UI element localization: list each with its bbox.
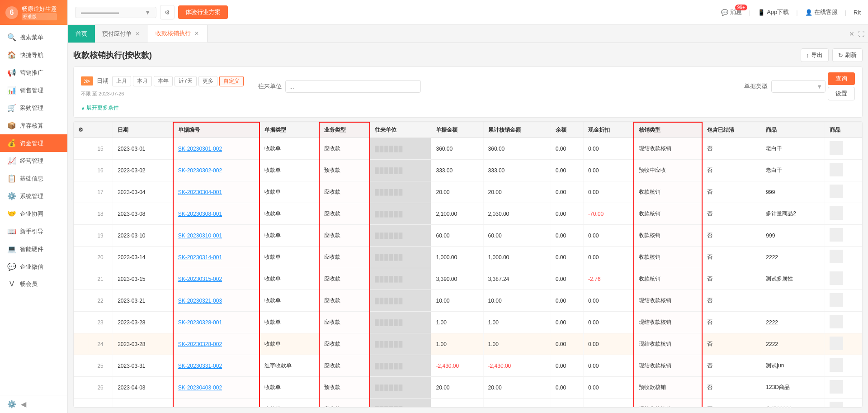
cell-voucher-no[interactable]: SK-20230321-003 [173, 290, 260, 312]
cell-cash-discount: 0.00 [584, 290, 634, 312]
cell-product [761, 290, 825, 312]
tab-prepay-close[interactable]: ✕ [134, 30, 141, 38]
sidebar-item-member[interactable]: V 畅会员 [0, 275, 67, 293]
date-btn-custom[interactable]: 自定义 [219, 76, 244, 86]
cell-product2 [825, 268, 862, 290]
sidebar-item-inventory[interactable]: 📦 库存核算 [0, 117, 67, 134]
col-settings[interactable]: ⚙ [74, 122, 88, 138]
cell-settings [74, 247, 88, 268]
cell-voucher-no[interactable]: SK-20230408-001 [173, 399, 260, 408]
sidebar-item-quick-nav[interactable]: 🏠 快捷导航 [0, 46, 67, 64]
sidebar-item-operation[interactable]: 📈 经营管理 [0, 152, 67, 170]
settings-bottom-icon[interactable]: ⚙️ [7, 400, 16, 408]
filter-date-buttons: 上月 本月 本年 近7天 更多 自定义 [112, 76, 244, 86]
sidebar-item-purchase[interactable]: 🛒 采购管理 [0, 99, 67, 117]
date-btn-more[interactable]: 更多 [198, 76, 217, 86]
voucher-no-link[interactable]: SK-20230302-002 [178, 167, 222, 174]
user-name[interactable]: Rit [854, 9, 861, 16]
filter-expand-arrow[interactable]: ≫ [81, 76, 93, 85]
cell-amount: -2,430.00 [431, 355, 483, 377]
refresh-icon: ↻ [838, 52, 843, 59]
cell-voucher-no[interactable]: SK-20230310-001 [173, 225, 260, 247]
setting-button[interactable]: 设置 [828, 87, 855, 100]
expand-label: 展开更多条件 [86, 104, 119, 112]
cell-voucher-no[interactable]: SK-20230331-002 [173, 355, 260, 377]
wechat-icon: 💬 [7, 262, 16, 271]
sidebar-label-operation: 经营管理 [20, 157, 43, 165]
filter-partner-input[interactable] [285, 80, 421, 93]
tab-collection-close[interactable]: ✕ [193, 29, 200, 38]
voucher-no-link[interactable]: SK-20230328-002 [178, 341, 222, 347]
sidebar-menu: 🔍 搜索菜单 🏠 快捷导航 📢 营销推广 📊 销售管理 🛒 采购管理 📦 库存核… [0, 25, 67, 395]
cell-partner: ██████ [370, 203, 431, 225]
cell-voucher-no[interactable]: SK-20230304-001 [173, 181, 260, 203]
voucher-no-link[interactable]: SK-20230331-002 [178, 363, 222, 369]
sidebar-item-wechat[interactable]: 💬 企业微信 [0, 258, 67, 275]
cell-voucher-no[interactable]: SK-20230328-001 [173, 312, 260, 333]
tab-fullscreen-icon[interactable]: ⛶ [858, 30, 864, 38]
cell-voucher-no[interactable]: SK-20230308-001 [173, 203, 260, 225]
sidebar-item-basic[interactable]: 📋 基础信息 [0, 170, 67, 187]
cell-row-num: 24 [88, 333, 113, 355]
query-button[interactable]: 查询 [828, 72, 855, 85]
cell-amount: 360.00 [431, 138, 483, 160]
cell-cash-discount: 0.00 [584, 377, 634, 399]
date-btn-7days[interactable]: 近7天 [175, 76, 197, 86]
sidebar-item-sales[interactable]: 📊 销售管理 [0, 81, 67, 99]
solution-button[interactable]: 体验行业方案 [178, 5, 228, 19]
cell-product: 999 [761, 181, 825, 203]
basic-icon: 📋 [7, 174, 16, 183]
voucher-no-link[interactable]: SK-20230408-001 [178, 406, 222, 408]
export-label: 导出 [811, 51, 823, 59]
sidebar-item-search[interactable]: 🔍 搜索菜单 [0, 28, 67, 46]
sidebar-item-marketing[interactable]: 📢 营销推广 [0, 64, 67, 81]
cell-voucher-no[interactable]: SK-20230328-002 [173, 333, 260, 355]
voucher-no-link[interactable]: SK-20230403-002 [178, 385, 222, 391]
cell-partner: ██████ [370, 377, 431, 399]
topbar-gear-button[interactable]: ⚙ [160, 5, 175, 19]
cell-voucher-no[interactable]: SK-20230315-002 [173, 268, 260, 290]
table-row: 19 2023-03-10 SK-20230310-001 收款单 应收款 ██… [74, 225, 862, 247]
tab-close-all-icon[interactable]: ✕ [849, 30, 854, 38]
messages-button[interactable]: 💬 消息 99+ [721, 8, 742, 16]
voucher-no-link[interactable]: SK-20230304-001 [178, 189, 222, 195]
cell-product2 [825, 181, 862, 203]
app-download-button[interactable]: 📱 App下载 [758, 8, 789, 16]
tab-collection[interactable]: 收款核销执行 ✕ [148, 25, 208, 43]
date-btn-this-month[interactable]: 本月 [133, 76, 152, 86]
date-btn-last-month[interactable]: 上月 [112, 76, 131, 86]
sidebar-item-collab[interactable]: 🤝 企业协同 [0, 205, 67, 223]
cell-product2 [825, 290, 862, 312]
voucher-no-link[interactable]: SK-20230308-001 [178, 211, 222, 217]
voucher-no-link[interactable]: SK-20230310-001 [178, 233, 222, 239]
cell-voucher-no[interactable]: SK-20230314-001 [173, 247, 260, 268]
filter-voucher-type-select[interactable] [771, 80, 826, 93]
tab-prepay[interactable]: 预付应付单 ✕ [95, 25, 148, 43]
sidebar-item-guide[interactable]: 📖 新手引导 [0, 223, 67, 240]
sidebar-item-hardware[interactable]: 💻 智能硬件 [0, 240, 67, 258]
voucher-no-link[interactable]: SK-20230315-002 [178, 276, 222, 282]
cell-date: 2023-03-04 [113, 181, 173, 203]
date-btn-this-year[interactable]: 本年 [154, 76, 173, 86]
voucher-no-link[interactable]: SK-20230321-003 [178, 298, 222, 304]
voucher-no-link[interactable]: SK-20230301-002 [178, 146, 222, 152]
expand-more-filters[interactable]: ∨ 展开更多条件 [81, 104, 855, 112]
cell-voucher-no[interactable]: SK-20230403-002 [173, 377, 260, 399]
voucher-no-link[interactable]: SK-20230328-001 [178, 319, 222, 326]
inventory-icon: 📦 [7, 121, 16, 130]
refresh-button[interactable]: ↻ 刷新 [832, 48, 863, 62]
online-support-button[interactable]: 👤 在线客服 [805, 8, 838, 16]
collapse-icon[interactable]: ◀ [21, 400, 26, 408]
cell-voucher-type: 红字收款单 [259, 355, 319, 377]
cell-total-verified: 20.00 [483, 377, 551, 399]
cell-voucher-no[interactable]: SK-20230302-002 [173, 160, 260, 181]
sidebar-item-system[interactable]: ⚙️ 系统管理 [0, 187, 67, 205]
topbar-dropdown[interactable]: ▬▬▬▬▬▬▬ ▼ [75, 7, 156, 18]
tab-home[interactable]: 首页 [68, 25, 95, 43]
cell-voucher-no[interactable]: SK-20230301-002 [173, 138, 260, 160]
export-button[interactable]: ↑ 导出 [801, 48, 829, 62]
cell-biz-type: 应收款 [319, 181, 370, 203]
voucher-no-link[interactable]: SK-20230314-001 [178, 254, 222, 261]
cell-amount: 2,100.00 [431, 203, 483, 225]
sidebar-item-finance[interactable]: 💰 资金管理 [0, 134, 67, 152]
